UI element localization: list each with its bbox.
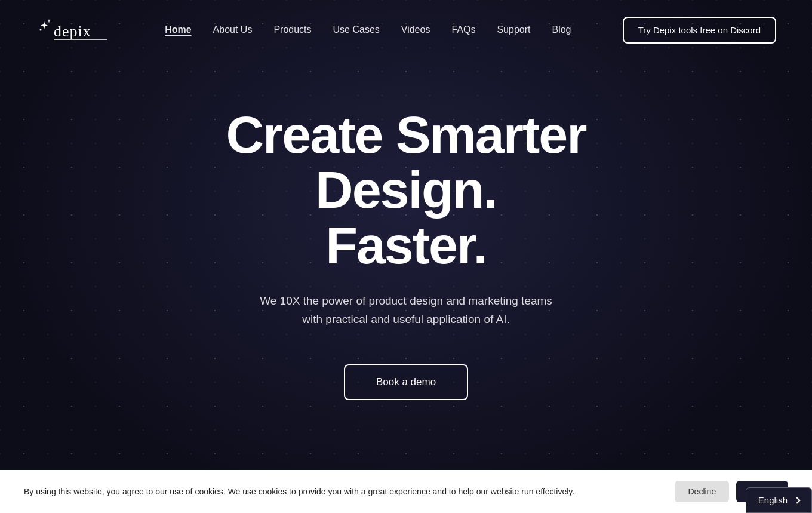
hero-title: Create Smarter Design. Faster. — [137, 107, 675, 273]
nav-about[interactable]: About Us — [213, 24, 253, 35]
nav-support[interactable]: Support — [497, 24, 530, 35]
chevron-right-icon — [793, 497, 800, 503]
nav-blog[interactable]: Blog — [552, 24, 571, 35]
cookie-message: By using this website, you agree to our … — [24, 486, 663, 498]
nav-products[interactable]: Products — [273, 24, 311, 35]
site-header: depix Home About Us Products Use Cases V… — [0, 0, 812, 60]
svg-text:depix: depix — [54, 23, 91, 40]
svg-point-0 — [40, 29, 42, 30]
hero-title-line2: Faster. — [325, 216, 487, 275]
nav-videos[interactable]: Videos — [401, 24, 430, 35]
hero-cta-button[interactable]: Book a demo — [344, 364, 468, 400]
logo[interactable]: depix — [36, 14, 113, 47]
logo-image: depix — [36, 14, 113, 47]
cookie-banner: By using this website, you agree to our … — [0, 470, 812, 513]
nav-discord-cta[interactable]: Try Depix tools free on Discord — [623, 17, 776, 44]
main-nav: Home About Us Products Use Cases Videos … — [165, 24, 571, 35]
nav-home[interactable]: Home — [165, 24, 191, 35]
language-selector[interactable]: English — [746, 487, 812, 513]
nav-faqs[interactable]: FAQs — [451, 24, 475, 35]
language-label: English — [758, 495, 788, 505]
nav-use-cases[interactable]: Use Cases — [333, 24, 380, 35]
cookie-decline-button[interactable]: Decline — [675, 481, 729, 502]
hero-title-line1: Create Smarter Design. — [226, 105, 586, 219]
hero-section: Create Smarter Design. Faster. We 10X th… — [0, 60, 812, 436]
hero-subtitle: We 10X the power of product design and m… — [251, 292, 561, 328]
